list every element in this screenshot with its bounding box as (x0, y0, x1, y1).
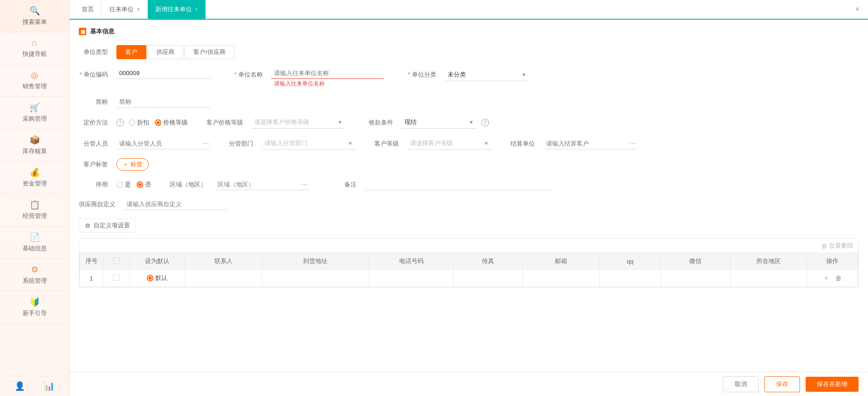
add-row-icon[interactable]: ＋ (822, 273, 831, 283)
row-qq[interactable] (600, 270, 661, 287)
short-name-input[interactable] (116, 96, 210, 108)
type-btn-supplier[interactable]: 供应商 (147, 45, 183, 59)
batch-delete-button[interactable]: 🗑 批量删除 (821, 241, 853, 250)
row-phone[interactable] (369, 270, 454, 287)
manager-input[interactable] (116, 138, 201, 149)
sidebar-item-system[interactable]: ⚙ 系统管理 (0, 259, 69, 291)
custom-settings-label: 自定义项设置 (93, 221, 130, 230)
radio-level-circle (155, 119, 161, 126)
action-icons: ＋ 🗑 (812, 273, 853, 283)
tab-new-partner[interactable]: 新增往来单位 × (148, 0, 206, 19)
pricing-discount-label: 折扣 (137, 118, 149, 127)
col-fax: 传真 (453, 253, 522, 270)
price-level-label: 客户价格等级 (206, 118, 247, 127)
region-input[interactable] (215, 179, 299, 190)
header-checkbox[interactable] (113, 257, 120, 264)
tab-home[interactable]: 首页 (74, 0, 102, 19)
contact-input[interactable] (205, 275, 242, 282)
sidebar-item-quick-nav[interactable]: ⌂ 快捷导航 (0, 32, 69, 64)
address-input[interactable] (287, 275, 343, 282)
row-wechat[interactable] (661, 270, 730, 287)
basic-info-icon: 📄 (30, 232, 40, 242)
row-action: ＋ 🗑 (807, 270, 858, 287)
save-button[interactable]: 保存 (764, 376, 800, 392)
region-more-dots[interactable]: ··· (299, 180, 309, 189)
row-address[interactable] (262, 270, 369, 287)
remark-label: 备注 (327, 180, 360, 189)
price-level-select[interactable]: 请选择客户价格等级 ▼ (251, 116, 345, 129)
sidebar-item-operations[interactable]: 📋 经营管理 (0, 194, 69, 226)
disabled-no-label: 否 (145, 180, 151, 189)
sidebar-item-basic-info[interactable]: 📄 基础信息 (0, 226, 69, 259)
sidebar-stats: 📊 (44, 381, 54, 391)
form-row-unit-type: 单位类型 客户 供应商 客户/供应商 (79, 45, 859, 59)
supplier-custom-input[interactable] (124, 199, 227, 210)
qq-input[interactable] (616, 275, 644, 282)
unit-name-field-col: 请输入往来单位名称 (271, 68, 384, 88)
unit-category-select[interactable]: 未分类 ▼ (445, 69, 529, 81)
manager-more-dots[interactable]: ··· (201, 139, 211, 148)
email-input[interactable] (542, 275, 580, 282)
dept-select[interactable]: 请输入分管部门 ▼ (262, 137, 356, 150)
settlement-more-dots[interactable]: ··· (628, 139, 638, 148)
gear-icon: ⚙ (85, 222, 91, 229)
remark-input[interactable] (365, 179, 553, 190)
tab-partners[interactable]: 往来单位 × (102, 0, 148, 19)
sidebar-item-sales[interactable]: ◎ 销售管理 (0, 64, 69, 97)
chevron-down-icon-4: ▼ (348, 140, 353, 146)
row-region[interactable] (730, 270, 807, 287)
guide-icon: 🔰 (30, 297, 40, 307)
dept-placeholder: 请输入分管部门 (265, 139, 307, 148)
phone-input[interactable] (390, 275, 433, 282)
row-region-input[interactable] (750, 275, 787, 282)
unit-name-input[interactable] (271, 68, 384, 79)
row-email[interactable] (523, 270, 600, 287)
row-default-radio[interactable] (147, 275, 153, 281)
sidebar-item-label: 资金管理 (23, 179, 47, 188)
unit-code-input[interactable] (116, 68, 210, 79)
sidebar-item-inventory[interactable]: 📦 库存核算 (0, 129, 69, 162)
form-row-supplier-custom: 供应商自定义 (79, 199, 859, 210)
radio-discount-circle (129, 119, 135, 126)
form-row-basic-fields: 单位编码 单位名称 请输入往来单位名称 单位分类 未分类 ▼ (79, 68, 859, 88)
col-qq: qq (600, 253, 661, 270)
chevron-down-icon-5: ▼ (484, 140, 489, 146)
cancel-button[interactable]: 取消 (723, 376, 759, 392)
sidebar-item-search[interactable]: 🔍 搜索菜单 (0, 0, 69, 32)
sidebar-item-label: 基础信息 (23, 244, 47, 253)
inventory-icon: 📦 (30, 135, 40, 145)
sidebar-item-purchase[interactable]: 🛒 采购管理 (0, 97, 69, 129)
row-fax[interactable] (453, 270, 522, 287)
tab-new-partner-close[interactable]: × (195, 6, 198, 13)
operations-icon: 📋 (30, 200, 40, 210)
pricing-help-icon[interactable]: ? (116, 119, 124, 126)
disabled-radio-yes[interactable]: 是 (116, 180, 131, 189)
tab-bar-close[interactable]: × (852, 5, 863, 14)
chevron-down-icon-3: ▼ (469, 119, 474, 125)
settlement-unit-input[interactable] (543, 138, 628, 149)
payment-help-icon[interactable]: ? (481, 119, 489, 126)
tab-partners-close[interactable]: × (137, 6, 140, 13)
add-tag-button[interactable]: ＋ 标签 (116, 158, 149, 171)
wechat-input[interactable] (679, 275, 712, 282)
row-default-cell: 默认 (129, 270, 185, 287)
unit-category-label: 单位分类 (407, 70, 440, 79)
delete-row-icon[interactable]: 🗑 (834, 273, 843, 283)
disabled-radio-no[interactable]: 否 (137, 180, 151, 189)
row-checkbox[interactable] (113, 274, 120, 281)
pricing-radio-level[interactable]: 价格等级 (155, 118, 188, 127)
custom-settings-button[interactable]: ⚙ 自定义项设置 (79, 218, 136, 233)
type-btn-customer[interactable]: 客户 (116, 45, 146, 59)
pricing-radio-discount[interactable]: 折扣 (129, 118, 149, 127)
col-action: 操作 (807, 253, 858, 270)
customer-level-select[interactable]: 请选择客户等级 ▼ (407, 137, 492, 150)
settlement-unit-label: 结算单位 (506, 140, 539, 148)
col-seq: 序号 (80, 253, 103, 270)
sidebar-item-guide[interactable]: 🔰 新手引导 (0, 291, 69, 324)
row-contact[interactable] (185, 270, 262, 287)
type-btn-both[interactable]: 客户/供应商 (184, 45, 235, 59)
sidebar-item-finance[interactable]: 💰 资金管理 (0, 162, 69, 194)
payment-select[interactable]: 现结 ▼ (402, 116, 477, 129)
fax-input[interactable] (472, 275, 504, 282)
save-and-add-button[interactable]: 保存并新增 (806, 377, 859, 392)
